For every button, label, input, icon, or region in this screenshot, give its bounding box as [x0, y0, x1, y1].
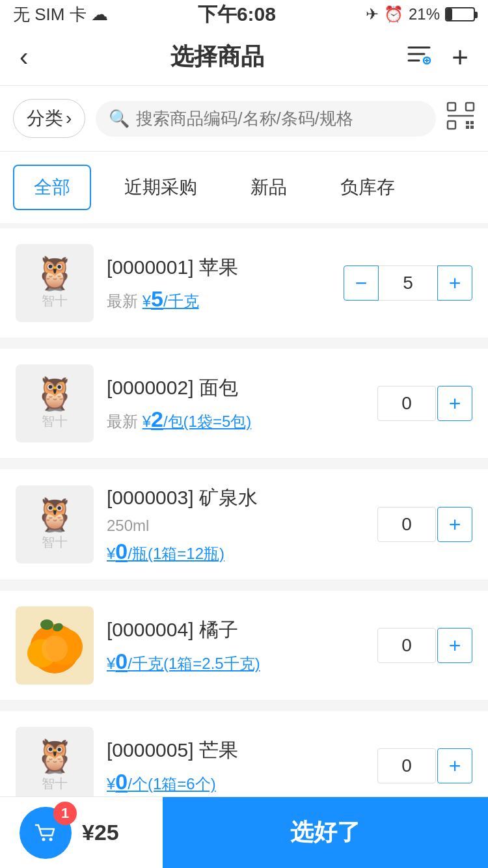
- status-time: 下午6:08: [198, 1, 276, 28]
- list-item: 🦉 智十 [0000003] 矿泉水 250ml ¥0/瓶(1箱=12瓶) +: [0, 469, 488, 580]
- product-list: 🦉 智十 [0000001] 苹果 最新 ¥5/千克 − + 🦉 智十 [000…: [0, 228, 488, 868]
- qty-control: +: [377, 748, 472, 783]
- status-right: ✈ ⏰ 21%: [366, 5, 475, 23]
- battery-icon: [445, 7, 475, 21]
- bottom-bar: 1 ¥25 选好了: [0, 796, 488, 868]
- qty-minus-button[interactable]: −: [344, 265, 379, 301]
- status-bar: 无 SIM 卡 ☁ 下午6:08 ✈ ⏰ 21%: [0, 0, 488, 29]
- product-price: ¥0/瓶(1箱=12瓶): [107, 539, 364, 564]
- qty-plus-button[interactable]: +: [437, 748, 472, 783]
- svg-rect-11: [470, 121, 474, 124]
- product-info: [0000005] 芒果 ¥0/个(1箱=6个): [94, 737, 377, 794]
- nav-bar: ‹ 选择商品 +: [0, 29, 488, 86]
- svg-point-21: [49, 837, 53, 841]
- qty-plus-button[interactable]: +: [437, 507, 472, 542]
- product-thumbnail: 🦉 智十: [16, 364, 94, 442]
- search-input[interactable]: [136, 109, 423, 129]
- tab-new[interactable]: 新品: [230, 165, 307, 210]
- product-price: 最新 ¥5/千克: [107, 286, 331, 312]
- product-info: [0000001] 苹果 最新 ¥5/千克: [94, 254, 344, 312]
- qty-input[interactable]: [377, 628, 436, 663]
- cart-button-wrap[interactable]: 1: [20, 807, 72, 859]
- filter-tabs: 全部 近期采购 新品 负库存: [0, 152, 488, 228]
- product-name: [0000004] 橘子: [107, 617, 364, 644]
- qty-control: +: [377, 628, 472, 663]
- svg-point-17: [40, 619, 53, 630]
- product-price: 最新 ¥2/包(1袋=5包): [107, 407, 364, 432]
- battery-percent: 21%: [409, 5, 440, 23]
- svg-rect-6: [448, 103, 455, 111]
- list-item: 🦉 智十 [0000002] 面包 最新 ¥2/包(1袋=5包) +: [0, 349, 488, 459]
- svg-point-19: [42, 636, 68, 662]
- location-icon: ✈: [366, 5, 379, 23]
- product-name: [0000002] 面包: [107, 375, 364, 401]
- qty-input[interactable]: [377, 748, 436, 783]
- qty-plus-button[interactable]: +: [437, 386, 472, 421]
- svg-rect-10: [466, 121, 469, 124]
- svg-rect-8: [448, 121, 455, 129]
- category-chevron-icon: ›: [66, 108, 72, 129]
- qty-plus-button[interactable]: +: [437, 628, 472, 663]
- scan-icon[interactable]: [446, 102, 475, 136]
- qty-control: − +: [344, 265, 472, 301]
- product-price: ¥0/千克(1箱=2.5千克): [107, 649, 364, 674]
- product-name: [0000001] 苹果: [107, 254, 331, 281]
- cart-area: 1 ¥25: [0, 807, 163, 859]
- product-thumbnail: [16, 606, 94, 685]
- svg-rect-7: [466, 103, 474, 111]
- page-title: 选择商品: [170, 41, 264, 73]
- sim-label: 无 SIM 卡 ☁: [13, 3, 108, 26]
- alarm-icon: ⏰: [384, 5, 403, 23]
- product-thumbnail: 🦉 智十: [16, 727, 94, 805]
- qty-input[interactable]: [379, 265, 437, 301]
- list-item: 🦉 智十 [0000001] 苹果 最新 ¥5/千克 − +: [0, 228, 488, 338]
- qty-input[interactable]: [377, 386, 436, 421]
- category-button[interactable]: 分类 ›: [13, 99, 85, 138]
- svg-rect-13: [470, 126, 474, 129]
- confirm-button[interactable]: 选好了: [163, 797, 488, 869]
- tab-recent[interactable]: 近期采购: [104, 165, 217, 210]
- qty-input[interactable]: [377, 507, 436, 542]
- add-button[interactable]: +: [452, 41, 468, 74]
- tab-all[interactable]: 全部: [13, 165, 91, 210]
- tab-negative[interactable]: 负库存: [320, 165, 415, 210]
- svg-point-20: [42, 837, 46, 841]
- nav-actions: +: [406, 41, 468, 74]
- product-price: ¥0/个(1箱=6个): [107, 769, 364, 794]
- product-info: [0000003] 矿泉水 250ml ¥0/瓶(1箱=12瓶): [94, 485, 377, 564]
- product-name: [0000005] 芒果: [107, 737, 364, 764]
- qty-control: +: [377, 386, 472, 421]
- cart-total: ¥25: [82, 820, 119, 845]
- search-area: 分类 › 🔍: [0, 86, 488, 152]
- filter-icon[interactable]: [406, 42, 432, 72]
- status-left: 无 SIM 卡 ☁: [13, 3, 108, 26]
- product-thumbnail: 🦉 智十: [16, 485, 94, 563]
- svg-rect-12: [466, 126, 469, 129]
- product-name: [0000003] 矿泉水: [107, 485, 364, 511]
- qty-control: +: [377, 507, 472, 542]
- cart-badge: 1: [53, 802, 77, 825]
- product-info: [0000004] 橘子 ¥0/千克(1箱=2.5千克): [94, 617, 377, 674]
- product-spec: 250ml: [107, 517, 364, 535]
- search-icon: 🔍: [109, 109, 129, 129]
- back-button[interactable]: ‹: [20, 42, 28, 72]
- list-item: [0000004] 橘子 ¥0/千克(1箱=2.5千克) +: [0, 591, 488, 701]
- category-label: 分类: [27, 106, 63, 131]
- qty-plus-button[interactable]: +: [437, 265, 472, 301]
- search-input-wrap: 🔍: [96, 101, 436, 137]
- product-info: [0000002] 面包 最新 ¥2/包(1袋=5包): [94, 375, 377, 432]
- product-thumbnail: 🦉 智十: [16, 244, 94, 322]
